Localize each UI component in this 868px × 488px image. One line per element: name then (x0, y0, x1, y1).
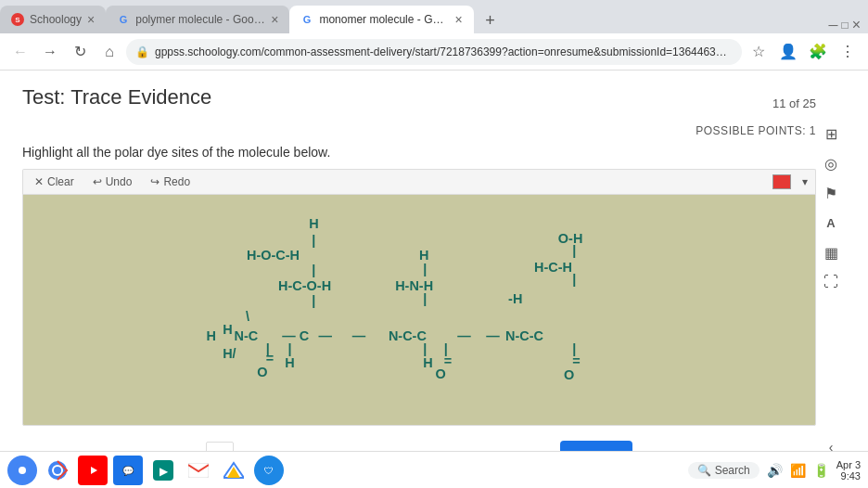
google-favicon-2: G (300, 13, 313, 26)
new-tab-button[interactable]: + (478, 7, 504, 33)
svg-text:H: H (223, 322, 232, 337)
restore-button[interactable]: □ (841, 19, 848, 32)
svg-text:O: O (436, 366, 446, 381)
tab-schoology-close[interactable]: × (87, 12, 95, 27)
svg-text:|: | (312, 293, 315, 308)
color-picker[interactable] (772, 174, 791, 189)
battery-icon[interactable]: 🔋 (813, 463, 829, 478)
svg-text:-H: -H (508, 291, 522, 306)
undo-icon: ↩ (93, 175, 102, 188)
svg-text:=: = (266, 351, 274, 366)
target-icon[interactable]: ◎ (820, 152, 842, 174)
possible-points: POSSIBLE POINTS: 1 (696, 124, 816, 137)
question-text: Highlight all the polar dye sites of the… (22, 145, 816, 160)
tab-polymer-close[interactable]: × (271, 12, 278, 27)
svg-text:O: O (564, 367, 574, 382)
taskbar-chrome[interactable] (43, 456, 72, 485)
tab-polymer[interactable]: G polymer molecule - Google Se... × (106, 6, 289, 33)
address-text: gppss.schoology.com/common-assessment-de… (155, 45, 733, 58)
taskbar-chromeos[interactable] (7, 456, 37, 485)
drawing-toolbar: ✕ Clear ↩ Undo ↪ Redo ▾ (22, 169, 816, 194)
expand-icon[interactable]: ⛶ (820, 271, 842, 293)
svg-text:💬: 💬 (122, 465, 134, 477)
flag-icon[interactable]: ⚑ (820, 182, 842, 204)
tab-monomer[interactable]: G monomer molecule - Google S... × (289, 6, 473, 33)
close-window-button[interactable]: × (852, 17, 861, 33)
google-favicon-1: G (117, 13, 130, 26)
taskbar-meet[interactable]: ▶ (148, 456, 178, 485)
calculator-icon[interactable]: ▦ (820, 241, 842, 263)
browser-chrome: S Schoology × G polymer molecule - Googl… (0, 0, 868, 71)
svg-text:=: = (572, 353, 580, 368)
svg-marker-50 (91, 467, 97, 474)
search-box[interactable]: 🔍 Search (688, 462, 760, 479)
clock[interactable]: Apr 3 9:43 (836, 459, 861, 482)
svg-text:O-H: O-H (558, 231, 583, 246)
minimize-button[interactable]: ─ (828, 18, 837, 32)
address-bar[interactable]: 🔒 gppss.schoology.com/common-assessment-… (126, 39, 742, 65)
svg-text:— C: — C (282, 328, 309, 343)
clear-button[interactable]: ✕ Clear (31, 173, 78, 190)
taskbar-drive[interactable] (219, 456, 249, 485)
svg-text:G: G (303, 14, 312, 25)
reload-button[interactable]: ↻ (67, 39, 93, 65)
svg-text:N-C-C: N-C-C (505, 328, 544, 343)
tab-polymer-label: polymer molecule - Google Se... (135, 13, 265, 26)
svg-text:N-C-C: N-C-C (389, 328, 428, 343)
main-area: Test: Trace Evidence 11 of 25 POSSIBLE P… (22, 85, 816, 473)
tab-monomer-label: monomer molecule - Google S... (319, 13, 449, 26)
wifi-icon[interactable]: 📶 (790, 463, 806, 478)
taskbar-safe[interactable]: 🛡 (254, 456, 284, 485)
svg-text:\: \ (246, 309, 249, 324)
taskbar-gmail[interactable] (184, 456, 213, 485)
svg-text:G: G (120, 14, 128, 25)
grid-icon[interactable]: ⊞ (820, 122, 842, 145)
nav-icons: ☆ 👤 🧩 ⋮ (746, 39, 861, 65)
svg-text:|: | (423, 341, 427, 356)
redo-button[interactable]: ↪ Redo (147, 173, 194, 190)
taskbar-chat[interactable]: 💬 (113, 456, 143, 485)
time: 9:43 (836, 470, 861, 482)
forward-button[interactable]: → (37, 39, 63, 65)
search-placeholder: Search (715, 464, 750, 477)
question-meta: POSSIBLE POINTS: 1 (22, 124, 816, 137)
more-button[interactable]: ⋮ (835, 39, 861, 65)
svg-rect-4 (141, 195, 696, 425)
volume-icon[interactable]: 🔊 (767, 463, 783, 478)
svg-text:—: — (319, 328, 333, 343)
svg-text:H: H (309, 216, 318, 231)
tab-schoology[interactable]: S Schoology × (0, 6, 106, 33)
svg-text:H: H (207, 328, 216, 343)
taskbar-youtube[interactable] (78, 456, 108, 485)
svg-text:|: | (287, 341, 291, 356)
svg-text:H: H (423, 355, 432, 370)
svg-text:H-N-H: H-N-H (395, 278, 433, 293)
molecule-image[interactable]: H | H-O-C-H | H-C-O-H | H \ N-C H/ | = O… (22, 194, 816, 426)
tab-bar: S Schoology × G polymer molecule - Googl… (0, 0, 868, 33)
text-icon[interactable]: A (820, 212, 842, 234)
svg-text:|: | (423, 262, 427, 276)
nav-bar: ← → ↻ ⌂ 🔒 gppss.schoology.com/common-ass… (0, 33, 868, 71)
svg-text:N-C: N-C (235, 328, 259, 343)
svg-text:▶: ▶ (160, 465, 169, 478)
back-button[interactable]: ← (7, 39, 33, 65)
svg-text:O: O (257, 365, 267, 379)
redo-label: Redo (163, 175, 190, 188)
svg-point-46 (19, 467, 26, 474)
page-content: Test: Trace Evidence 11 of 25 POSSIBLE P… (0, 71, 868, 488)
svg-text:|: | (423, 291, 427, 306)
redo-icon: ↪ (150, 175, 160, 188)
color-dropdown[interactable]: ▾ (802, 175, 808, 188)
home-button[interactable]: ⌂ (96, 39, 122, 65)
page-indicator: 11 of 25 (772, 96, 816, 110)
bookmark-button[interactable]: ☆ (746, 39, 772, 65)
svg-text:H: H (285, 355, 294, 370)
profile-button[interactable]: 👤 (775, 39, 801, 65)
svg-text:H-O-C-H: H-O-C-H (247, 248, 300, 263)
extensions-button[interactable]: 🧩 (805, 39, 831, 65)
svg-point-49 (54, 467, 61, 474)
undo-button[interactable]: ↩ Undo (89, 173, 136, 190)
svg-text:|: | (312, 233, 315, 248)
svg-text:H/: H/ (223, 346, 236, 361)
tab-monomer-close[interactable]: × (454, 12, 462, 27)
